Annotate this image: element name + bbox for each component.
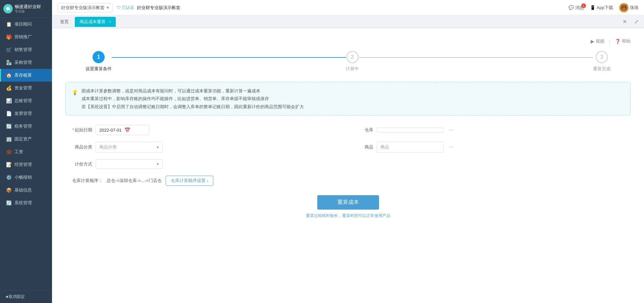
salary-icon: 💼: [6, 149, 12, 155]
step-3-circle: 3: [596, 51, 608, 63]
sidebar-label-assets: 固定资产: [14, 136, 32, 142]
sidebar-nav: 📋 项目顾问 🎁 营销推广 🛒 销售管理 🏪 采购管理 🏠 库存核算 💰 资金管…: [0, 18, 52, 290]
tab-recalc[interactable]: 商品成本重算 ×: [75, 17, 116, 27]
step-2-circle: 2: [346, 51, 359, 63]
operation-icon: 📝: [6, 162, 12, 168]
sidebar-label-marketing: 营销推广: [14, 34, 32, 40]
content-area: ▶ 视频 | ❓ 帮助 1 设置重算条件 2 计算中 3 重算完成: [52, 28, 644, 303]
project-icon: 📋: [6, 21, 12, 27]
sidebar-item-assets[interactable]: 🏢 固定资产: [0, 133, 52, 145]
step-2-label: 计算中: [346, 66, 359, 72]
recalc-section: 重算成本 重算过程耗时较长，重算时您可以正常使用产品: [65, 195, 631, 219]
sidebar-label-project: 项目顾问: [14, 21, 32, 27]
help-label: 帮助: [622, 38, 631, 44]
verified-account-name: 好业财专业版演示帐套: [137, 5, 180, 11]
divider: |: [609, 39, 610, 44]
basic-icon: 📦: [6, 187, 12, 193]
form-field-start-date: *起始日期 2022-07-01 📅: [72, 125, 343, 135]
info-line-1: 因成本计算参数调整，或是对商品成本有疑问时，可以通过成本重算功能，重新计算一遍成…: [82, 87, 304, 95]
main-area: 好业财专业版演示帐套 ▾ 🛡 已认证 好业财专业版演示帐套 💬 消息 1 📱 A…: [52, 0, 644, 303]
app-edition: 专业版: [15, 9, 41, 13]
goods-dots-icon[interactable]: ···: [449, 144, 453, 150]
close-panel-icon[interactable]: ✕: [621, 18, 629, 26]
help-link[interactable]: ❓ 帮助: [615, 38, 631, 44]
recalc-button[interactable]: 重算成本: [317, 195, 379, 210]
form-field-goods: 商品 商品 ···: [353, 142, 624, 153]
step-3: 3 重算完成: [593, 51, 610, 72]
tab-home-label: 首页: [60, 19, 69, 24]
sidebar-label-sales: 销售管理: [14, 47, 32, 53]
tab-home[interactable]: 首页: [55, 17, 73, 27]
goods-placeholder: 商品: [380, 144, 389, 150]
sidebar-pin-toggle[interactable]: ◄取消固定: [0, 290, 52, 303]
warehouse-order-row: 仓库计算顺序： 总仓->深圳仓库->...->门店仓 仓库计算顺序设置 ›: [72, 176, 624, 186]
expand-panel-icon[interactable]: ⤢: [632, 18, 641, 26]
play-icon: ▶: [591, 39, 594, 44]
sidebar-label-funds: 资金管理: [14, 85, 32, 91]
info-icon: 💡: [72, 88, 78, 111]
stepper: 1 设置重算条件 2 计算中 3 重算完成: [65, 51, 631, 72]
form-field-category: 商品分类 商品分类 ▾: [72, 142, 343, 153]
pricing-label: 计价方式: [72, 161, 92, 167]
tab-recalc-label: 商品成本重算: [79, 19, 106, 24]
sidebar-label-purchase: 采购管理: [14, 59, 32, 66]
sidebar-item-invoice[interactable]: 📄 发票管理: [0, 107, 52, 120]
category-select[interactable]: 商品分类 ▾: [96, 142, 163, 153]
account-selector[interactable]: 好业财专业版演示帐套 ▾: [57, 3, 113, 12]
sidebar-item-system[interactable]: 🔄 系统管理: [0, 197, 52, 209]
app-logo-text: 畅捷通好业财 专业版: [15, 4, 41, 13]
sidebar-item-expense[interactable]: ⚙️ 小畅报销: [0, 171, 52, 184]
sidebar-item-inventory[interactable]: 🏠 库存核算: [0, 69, 52, 82]
pricing-select[interactable]: ▾: [96, 159, 163, 169]
user-menu[interactable]: 🐻 珠珠: [619, 3, 639, 12]
funds-icon: 💰: [6, 85, 12, 91]
sidebar-item-operation[interactable]: 📝 经营管理: [0, 158, 52, 171]
info-text: 因成本计算参数调整，或是对商品成本有疑问时，可以通过成本重算功能，重新计算一遍成…: [82, 87, 304, 111]
video-link[interactable]: ▶ 视频: [591, 38, 604, 44]
warehouse-order-button[interactable]: 仓库计算顺序设置 ›: [166, 176, 213, 186]
warehouse-order-value: 总仓->深圳仓库->...->门店仓: [107, 178, 162, 184]
sidebar-label-basic: 基础信息: [14, 187, 32, 193]
goods-input[interactable]: 商品: [377, 142, 444, 153]
sidebar-label-invoice: 发票管理: [14, 111, 32, 117]
sidebar-item-purchase[interactable]: 🏪 采购管理: [0, 56, 52, 69]
chevron-down-icon: ▾: [157, 145, 159, 150]
sidebar-item-basic[interactable]: 📦 基础信息: [0, 184, 52, 197]
tab-close-icon[interactable]: ×: [109, 20, 111, 24]
sidebar-label-operation: 经营管理: [14, 162, 32, 168]
info-line-3: 若【系统设置】中启用了自动调整记账日期时，会调整入库单的整单记账日期，因此重新计…: [82, 103, 304, 111]
sidebar-item-funds[interactable]: 💰 资金管理: [0, 82, 52, 94]
question-icon: ❓: [615, 39, 621, 44]
tabs-bar: 首页 商品成本重算 × ✕ ⤢: [52, 15, 644, 28]
start-date-input[interactable]: 2022-07-01 📅: [96, 125, 149, 135]
messages-button[interactable]: 💬 消息 1: [569, 5, 584, 11]
shield-icon: 🛡: [117, 5, 121, 10]
tax-icon: 🔄: [6, 123, 12, 129]
calendar-icon[interactable]: 📅: [124, 127, 130, 133]
messages-badge: 1: [581, 3, 586, 8]
sidebar-item-sales[interactable]: 🛒 销售管理: [0, 43, 52, 56]
user-name: 珠珠: [630, 5, 639, 11]
step-1: 1 设置重算条件: [86, 51, 112, 72]
sidebar-item-project[interactable]: 📋 项目顾问: [0, 18, 52, 31]
sidebar-item-tax[interactable]: 🔄 税务管理: [0, 120, 52, 133]
recalc-btn-label: 重算成本: [337, 199, 359, 205]
sidebar-item-accounting[interactable]: 📊 总账管理: [0, 94, 52, 107]
content-help-links: ▶ 视频 | ❓ 帮助: [65, 38, 631, 44]
form-field-warehouse: 仓库 ···: [353, 127, 624, 133]
app-download-button[interactable]: 📱 App下载: [590, 5, 613, 11]
sales-icon: 🛒: [6, 47, 12, 53]
step-1-label: 设置重算条件: [86, 66, 112, 72]
sidebar-item-marketing[interactable]: 🎁 营销推广: [0, 31, 52, 43]
warehouse-dots-icon[interactable]: ···: [449, 127, 453, 133]
pin-toggle-label: ◄取消固定: [5, 294, 25, 300]
warehouse-input[interactable]: [377, 128, 444, 132]
assets-icon: 🏢: [6, 136, 12, 142]
category-label: 商品分类: [72, 144, 92, 150]
system-icon: 🔄: [6, 200, 12, 206]
sidebar: 畅 畅捷通好业财 专业版 📋 项目顾问 🎁 营销推广 🛒 销售管理 🏪 采购管理…: [0, 0, 52, 303]
tabs-actions: ✕ ⤢: [621, 18, 641, 26]
sidebar-item-salary[interactable]: 💼 工资: [0, 145, 52, 158]
account-name: 好业财专业版演示帐套: [61, 5, 105, 11]
marketing-icon: 🎁: [6, 34, 12, 40]
